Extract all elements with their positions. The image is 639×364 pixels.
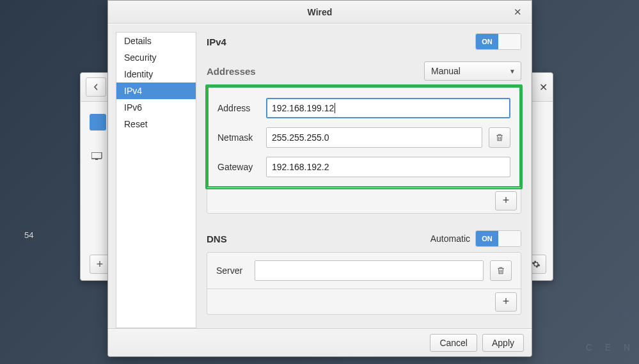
- desktop-text: 54: [24, 230, 33, 240]
- wired-connection-dialog: Wired ✕ Details Security Identity IPv4 I…: [107, 0, 532, 357]
- add-dns-button[interactable]: +: [495, 292, 517, 312]
- centos-brand-text: C E N: [586, 342, 635, 352]
- ipv4-toggle[interactable]: ON: [475, 33, 521, 50]
- svg-rect-1: [95, 159, 98, 160]
- dialog-title: Wired: [308, 7, 333, 17]
- delete-dns-button[interactable]: [490, 260, 512, 281]
- background-close-button[interactable]: ✕: [539, 81, 548, 93]
- svg-rect-0: [91, 152, 102, 159]
- sidebar-item-ipv6[interactable]: IPv6: [116, 99, 196, 116]
- dns-automatic-toggle[interactable]: ON: [475, 230, 521, 247]
- dns-automatic-label: Automatic: [430, 233, 470, 244]
- addresses-heading: Addresses: [207, 66, 256, 77]
- netmask-input[interactable]: [266, 127, 482, 148]
- dns-server-input[interactable]: [255, 260, 484, 281]
- dns-panel: Server +: [207, 252, 521, 315]
- ipv4-heading: IPv4: [207, 36, 226, 47]
- monitor-icon: [91, 152, 103, 160]
- sidebar-item-reset[interactable]: Reset: [116, 116, 196, 132]
- netmask-label: Netmask: [217, 132, 262, 143]
- address-label: Address: [217, 103, 262, 113]
- dns-heading: DNS: [207, 233, 227, 244]
- gateway-label: Gateway: [217, 162, 262, 172]
- centos-ornament: ✦: [617, 303, 633, 326]
- background-sidebar: [90, 114, 106, 160]
- background-sidebar-active-indicator: [90, 114, 106, 131]
- trash-icon: [496, 266, 505, 275]
- sidebar-item-ipv4[interactable]: IPv4: [116, 83, 196, 99]
- back-button[interactable]: [86, 77, 106, 97]
- ipv4-method-select[interactable]: Manual ▼: [424, 61, 521, 81]
- apply-button[interactable]: Apply: [482, 334, 524, 352]
- cancel-button[interactable]: Cancel: [430, 334, 477, 352]
- titlebar: Wired ✕: [108, 1, 532, 24]
- text-cursor: [335, 103, 335, 113]
- add-address-button[interactable]: +: [495, 191, 517, 210]
- chevron-down-icon: ▼: [509, 68, 516, 75]
- gateway-input[interactable]: [266, 157, 510, 177]
- sidebar-item-security[interactable]: Security: [116, 49, 196, 66]
- close-button[interactable]: ✕: [510, 4, 525, 20]
- toggle-on-label: ON: [476, 231, 498, 246]
- delete-address-button[interactable]: [489, 127, 510, 148]
- address-input[interactable]: 192.168.199.12: [266, 98, 510, 118]
- trash-icon: [495, 133, 504, 142]
- dns-server-label: Server: [216, 265, 251, 276]
- addresses-panel: Address 192.168.199.12 Netmask Gateway: [207, 86, 521, 214]
- sidebar-item-details[interactable]: Details: [116, 33, 196, 49]
- sidebar: Details Security Identity IPv4 IPv6 Rese…: [116, 32, 196, 328]
- action-bar: Cancel Apply: [108, 328, 532, 356]
- toggle-on-label: ON: [476, 34, 498, 49]
- sidebar-item-identity[interactable]: Identity: [116, 66, 196, 83]
- main-content: IPv4 ON Addresses Manual ▼: [196, 24, 532, 328]
- ipv4-method-value: Manual: [431, 66, 461, 76]
